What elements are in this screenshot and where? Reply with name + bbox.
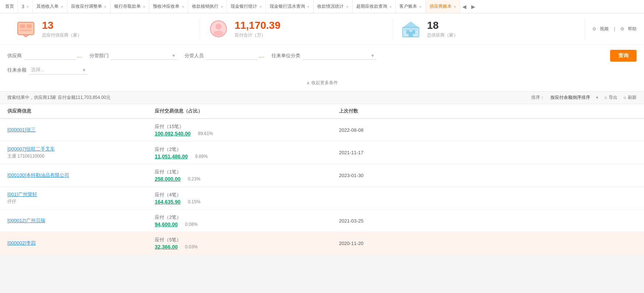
- nav-tab-other-income[interactable]: 其他收入单 ×: [33, 0, 67, 13]
- supplier-dots-icon[interactable]: …: [76, 52, 82, 59]
- supplier-name-link[interactable]: [000002]李四: [7, 240, 155, 247]
- close-icon[interactable]: ×: [454, 4, 456, 9]
- nav-next-arrow[interactable]: ▶: [469, 0, 478, 13]
- help-link[interactable]: 帮助: [628, 26, 637, 32]
- close-icon[interactable]: ×: [419, 4, 421, 9]
- sort-select[interactable]: 按应付余额倒序排序: [550, 94, 590, 101]
- nav-tab-receipt-stat[interactable]: 收款情况统计 ×: [314, 0, 352, 13]
- dept-filter-label: 分管部门: [90, 52, 109, 59]
- nav-tab-collection[interactable]: 收款核销执行 ×: [188, 0, 227, 13]
- stat-payable-suppliers-info: 13 总应付供应商（家）: [42, 19, 82, 39]
- nav-tab-home[interactable]: 首页: [1, 0, 18, 13]
- table-row: [001]广州荣轩 仔仔 应付（4笔） 164,635.90 0.15%: [0, 187, 644, 210]
- close-icon[interactable]: ×: [182, 4, 184, 9]
- tx-label: 应付（15笔）: [155, 123, 339, 130]
- table-row: [000007]恒旺二手叉车 王通 17106110000 应付（2笔） 11,…: [0, 141, 644, 164]
- payable-total-icon: [207, 18, 230, 40]
- supplier-input[interactable]: [24, 52, 76, 60]
- stat-payable-total-info: 11,170.39 应付合计（万）: [235, 19, 281, 39]
- supplier-info-cell: [000007]恒旺二手叉车 王通 17106110000: [7, 146, 155, 159]
- last-payment-cell: 2022-08-08: [339, 127, 637, 133]
- transaction-cell: 应付（2笔） 94,600.00 0.08%: [155, 214, 339, 227]
- balance-placeholder: 选择...: [31, 66, 45, 73]
- unit-class-select[interactable]: ▾: [302, 52, 376, 60]
- close-icon[interactable]: ×: [346, 4, 348, 9]
- collapse-label: 收起更多条件: [311, 80, 338, 86]
- close-icon[interactable]: ×: [307, 4, 309, 9]
- close-icon[interactable]: ×: [259, 4, 262, 9]
- result-bar: 搜索结果中，供应商13家 应付金额111,703,854.00元 排序： 按应付…: [0, 92, 644, 104]
- svg-marker-4: [23, 35, 29, 37]
- nav-tab-bank[interactable]: 银行存取款单 ×: [111, 0, 149, 13]
- svg-rect-3: [20, 30, 32, 31]
- nav-tab-cash-flow[interactable]: 现金银行流水查询 ×: [266, 0, 314, 13]
- supplier-name-link[interactable]: [000007]恒旺二手叉车: [7, 146, 155, 152]
- payable-suppliers-number: 13: [42, 19, 82, 32]
- person-filter-label: 分管人员: [185, 52, 204, 59]
- close-icon[interactable]: ×: [61, 4, 63, 9]
- export-icon: ○: [604, 95, 607, 100]
- table-header: 供应商信息 应付交易信息（占比） 上次付数: [0, 104, 644, 119]
- tx-amount-link[interactable]: 164,635.90: [155, 199, 181, 205]
- supplier-name-link[interactable]: [000012]广州贝瑞: [7, 217, 155, 224]
- unit-class-filter: 往来单位分类 ▾: [272, 52, 376, 60]
- export-button[interactable]: ○ 导出: [604, 94, 617, 101]
- nav-prev-arrow[interactable]: ◀: [460, 0, 469, 13]
- video-link[interactable]: 视频: [600, 26, 609, 32]
- nav-tab-home-label: 首页: [5, 3, 14, 10]
- nav-tab-adjustment[interactable]: 应收应付调整单 ×: [67, 0, 111, 13]
- balance-select[interactable]: 选择... ▾: [29, 65, 88, 75]
- transaction-cell: 应付（1笔） 258,000.00 0.23%: [155, 169, 339, 182]
- nav-tab-supplier-book[interactable]: 供应商账本 ×: [426, 0, 460, 13]
- close-icon[interactable]: ×: [27, 4, 29, 9]
- tx-label: 应付（1笔）: [155, 169, 339, 175]
- person-dots-icon[interactable]: …: [258, 52, 264, 59]
- close-icon[interactable]: ×: [389, 4, 392, 9]
- transaction-cell: 应付（5笔） 32,366.00 0.03%: [155, 237, 339, 250]
- export-label: 导出: [609, 94, 617, 101]
- query-button[interactable]: 查询: [610, 50, 637, 62]
- tx-percentage: 0.08%: [185, 222, 197, 227]
- transaction-cell: 应付（15笔） 100,092,540.00 89.61%: [155, 123, 339, 137]
- nav-tab-adjustment-label: 应收应付调整单: [71, 3, 102, 10]
- filter-area: 供应商 … 分管部门 ▾ 分管人员 … 往来单位分类 ▾ 查询 往: [0, 45, 644, 92]
- dept-select[interactable]: ▾: [111, 52, 177, 60]
- refresh-button[interactable]: ○ 刷新: [623, 94, 637, 101]
- tx-amount-link[interactable]: 32,366.00: [155, 244, 178, 250]
- close-icon[interactable]: ×: [104, 4, 106, 9]
- total-suppliers-label: 总供应商（家）: [427, 32, 458, 38]
- nav-tab-prepaid[interactable]: 预收冲应收单 ×: [149, 0, 188, 13]
- nav-tab-cash-bank-stat[interactable]: 现金银行统计 ×: [227, 0, 266, 13]
- total-suppliers-icon: [400, 18, 422, 40]
- top-navigation: 首页 3 × 其他收入单 × 应收应付调整单 × 银行存取款单 × 预收冲应收单…: [0, 0, 644, 13]
- stats-header: 13 总应付供应商（家） 11,170.39 应付合计（万）: [0, 13, 644, 45]
- close-icon[interactable]: ×: [221, 4, 223, 9]
- supplier-name-link[interactable]: [001]广州荣轩: [7, 191, 155, 198]
- nav-tab-3[interactable]: 3 ×: [18, 0, 33, 13]
- supplier-name-link[interactable]: [000001]张三: [7, 127, 155, 133]
- tx-amount-link[interactable]: 100,092,540.00: [155, 131, 190, 137]
- nav-tab-collection-label: 收款核销执行: [192, 3, 218, 10]
- person-filter: 分管人员 …: [185, 52, 264, 60]
- tx-percentage: 0.23%: [188, 176, 200, 182]
- tx-amount-link[interactable]: 94,600.00: [155, 221, 178, 227]
- nav-tab-overdue[interactable]: 超期应收款查询 ×: [353, 0, 396, 13]
- svg-rect-0: [18, 22, 34, 35]
- svg-marker-9: [402, 21, 420, 28]
- tx-amount-link[interactable]: 11,051,486.00: [155, 154, 188, 159]
- payable-total-number: 11,170.39: [235, 19, 281, 32]
- col-header-supplier-info: 供应商信息: [7, 108, 155, 114]
- supplier-name-link[interactable]: [000100]本特勒油品有限公司: [7, 172, 155, 179]
- nav-tab-customer-book[interactable]: 客户账本 ×: [396, 0, 426, 13]
- tx-label: 应付（2笔）: [155, 146, 339, 153]
- table-body: [000001]张三 应付（15笔） 100,092,540.00 89.61%…: [0, 119, 644, 255]
- tx-amount-link[interactable]: 258,000.00: [155, 176, 181, 182]
- table-row: [000002]李四 应付（5笔） 32,366.00 0.03% 2020-1…: [0, 232, 644, 255]
- result-bar-actions: 排序： 按应付余额倒序排序 ▾ ○ 导出 ○ 刷新: [531, 94, 637, 101]
- person-input[interactable]: [206, 52, 258, 60]
- collapse-button[interactable]: ∧ 收起更多条件: [7, 78, 637, 87]
- nav-tab-receipt-stat-label: 收款情况统计: [317, 3, 344, 10]
- close-icon[interactable]: ×: [143, 4, 145, 9]
- tx-label: 应付（4笔）: [155, 192, 339, 198]
- supplier-info-cell: [000002]李四: [7, 240, 155, 247]
